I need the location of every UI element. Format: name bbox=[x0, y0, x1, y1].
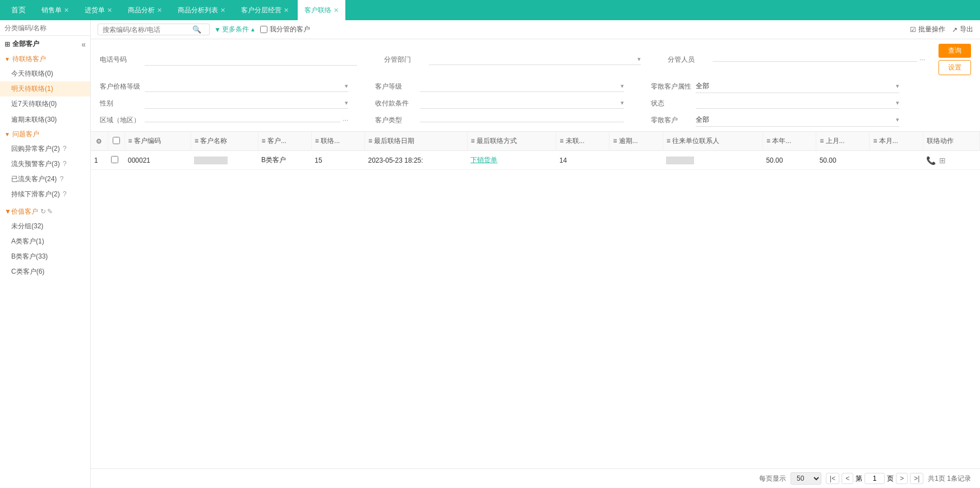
sidebar-repeat-abnormal[interactable]: 回购异常客户(2) ? bbox=[0, 141, 90, 156]
status-field: 状态 ▾ bbox=[651, 98, 899, 109]
sidebar-week-contact[interactable]: 近7天待联络(0) bbox=[0, 96, 90, 112]
problem-section-title[interactable]: ▼ 问题客户 bbox=[0, 127, 90, 141]
my-customers-checkbox[interactable] bbox=[260, 26, 267, 33]
nav-product-analysis[interactable]: 商品分析 ✕ bbox=[121, 0, 169, 20]
area-select[interactable] bbox=[145, 118, 340, 122]
select-all-checkbox[interactable] bbox=[113, 137, 120, 144]
close-purchase-tab[interactable]: ✕ bbox=[107, 7, 112, 14]
collapse-icon[interactable]: « bbox=[81, 40, 86, 49]
sidebar-overdue-contact[interactable]: 逾期未联络(30) bbox=[0, 112, 90, 127]
search-wrap: 🔍 bbox=[98, 24, 210, 35]
page-label: 第 bbox=[856, 474, 862, 484]
status-label: 状态 bbox=[651, 99, 696, 108]
sidebar-class-c[interactable]: C类客户(6) bbox=[0, 264, 90, 279]
more-conditions-btn[interactable]: ▼ 更多条件 ▲ bbox=[214, 25, 256, 34]
payment-select[interactable]: ▾ bbox=[420, 98, 623, 109]
right-actions: ☑ 批量操作 ↗ 导出 bbox=[910, 25, 973, 34]
filter-bar: 🔍 ▼ 更多条件 ▲ 我分管的客户 ☑ 批量操作 ↗ 导出 bbox=[91, 20, 980, 39]
col-action: 联络动作 bbox=[923, 132, 979, 151]
next-page-btn[interactable]: > bbox=[896, 473, 908, 484]
edit-icon[interactable]: ✎ bbox=[47, 208, 53, 215]
price-grade-select[interactable]: ▾ bbox=[145, 81, 348, 92]
chevron-down-icon: ▾ bbox=[637, 56, 641, 63]
retail-customer-select[interactable]: 全部 ▾ bbox=[696, 113, 899, 127]
sidebar-continuous-down[interactable]: 持续下滑客户(2) ? bbox=[0, 187, 90, 202]
close-sales-tab[interactable]: ✕ bbox=[64, 7, 69, 14]
status-select[interactable]: ▾ bbox=[696, 98, 899, 109]
nav-customer-contact[interactable]: 客户联络 ✕ bbox=[298, 0, 345, 20]
last-page-btn[interactable]: >| bbox=[910, 473, 923, 484]
page-unit: 页 bbox=[887, 474, 894, 484]
more-dots-icon[interactable]: ··· bbox=[919, 56, 925, 63]
table-footer: 每页显示 50 100 200 |< < 第 页 > >| 共1页 1条记录 bbox=[91, 468, 980, 488]
filter-row-1: 电话号码 分管部门 ▾ 分管人员 ··· bbox=[100, 44, 971, 75]
col-checkbox[interactable] bbox=[108, 132, 124, 151]
phone-action-icon[interactable]: 📞 bbox=[926, 156, 936, 165]
value-section-title[interactable]: ▼ 价值客户 ↻ ✎ bbox=[0, 205, 90, 219]
cell-last-way[interactable]: 下销货单 bbox=[467, 151, 556, 170]
nav-home[interactable]: 首页 bbox=[4, 0, 33, 20]
col-last-month: ≡ 上月... bbox=[816, 132, 870, 151]
chevron-down-icon5: ▾ bbox=[345, 99, 348, 107]
first-page-btn[interactable]: |< bbox=[826, 473, 839, 484]
page-input[interactable] bbox=[865, 473, 885, 484]
filter-row-2: 客户价格等级 ▾ 客户等级 ▾ 零散客户属性 bbox=[100, 80, 971, 93]
customer-type-select[interactable] bbox=[420, 118, 623, 122]
all-customers-label[interactable]: ⊞ 全部客户 « bbox=[0, 36, 90, 52]
area-more-icon[interactable]: ··· bbox=[343, 116, 348, 124]
customer-grade-select[interactable]: ▾ bbox=[420, 81, 623, 92]
nav-customer-layer[interactable]: 客户分层经营 ✕ bbox=[234, 0, 295, 20]
nav-product-list[interactable]: 商品分析列表 ✕ bbox=[171, 0, 232, 20]
grid-action-icon[interactable]: ⊞ bbox=[939, 156, 946, 165]
export-btn[interactable]: ↗ 导出 bbox=[952, 25, 973, 34]
pending-section-title[interactable]: ▼ 待联络客户 bbox=[0, 52, 90, 66]
sidebar-class-a[interactable]: A类客户(1) bbox=[0, 234, 90, 249]
triangle-icon3: ▼ bbox=[4, 208, 11, 215]
batch-action-btn[interactable]: ☑ 批量操作 bbox=[910, 25, 945, 34]
chevron-down-icon2: ▾ bbox=[345, 82, 348, 90]
sidebar-lost-warning[interactable]: 流失预警客户(3) ? bbox=[0, 156, 90, 172]
search-input[interactable] bbox=[103, 26, 192, 34]
sidebar-today-contact[interactable]: 今天待联络(0) bbox=[0, 66, 90, 81]
export-icon: ↗ bbox=[952, 26, 958, 34]
refresh-icon[interactable]: ↻ bbox=[40, 208, 46, 215]
help-icon4: ? bbox=[63, 190, 67, 198]
cell-this-month bbox=[870, 151, 923, 170]
table-row: 1 000021 B类客户 15 2023-05-23 18:25: 下销货单 … bbox=[91, 151, 980, 170]
nav-sales[interactable]: 销售单 ✕ bbox=[35, 0, 76, 20]
close-product-analysis-tab[interactable]: ✕ bbox=[157, 7, 162, 14]
close-product-list-tab[interactable]: ✕ bbox=[220, 7, 225, 14]
prev-page-btn[interactable]: < bbox=[842, 473, 853, 484]
my-customers-check[interactable]: 我分管的客户 bbox=[260, 25, 310, 34]
retail-prop-select[interactable]: 全部 ▾ bbox=[696, 80, 899, 93]
per-page-select[interactable]: 50 100 200 bbox=[791, 472, 821, 485]
search-icon[interactable]: 🔍 bbox=[192, 25, 201, 34]
sidebar-tomorrow-contact[interactable]: 明天待联络(1) bbox=[0, 81, 90, 96]
sidebar-already-lost[interactable]: 已流失客户(24) ? bbox=[0, 172, 90, 187]
close-customer-layer-tab[interactable]: ✕ bbox=[284, 7, 289, 14]
data-table-container: ⚙ ≡ 客户编码 ≡ 客户名称 ≡ 客户... ≡ 联络... ≡ 最后联络日期… bbox=[91, 132, 980, 468]
nav-purchase[interactable]: 进货单 ✕ bbox=[78, 0, 119, 20]
help-icon2: ? bbox=[63, 160, 67, 168]
dept-select[interactable]: ▾ bbox=[429, 54, 641, 65]
close-customer-contact-tab[interactable]: ✕ bbox=[334, 7, 339, 14]
reset-button[interactable]: 设置 bbox=[939, 60, 971, 75]
cell-checkbox[interactable] bbox=[108, 151, 124, 170]
col-settings[interactable]: ⚙ bbox=[91, 132, 108, 151]
query-button[interactable]: 查询 bbox=[939, 44, 971, 58]
sidebar-class-b[interactable]: B类客户(33) bbox=[0, 249, 90, 264]
sidebar-search-input[interactable] bbox=[4, 24, 89, 32]
sidebar-unclassified[interactable]: 未分组(32) bbox=[0, 219, 90, 234]
main-content: 🔍 ▼ 更多条件 ▲ 我分管的客户 ☑ 批量操作 ↗ 导出 bbox=[91, 20, 980, 488]
action-buttons: 查询 设置 bbox=[939, 44, 971, 75]
phone-input[interactable] bbox=[145, 54, 357, 66]
col-unlisted: ≡ 未联... bbox=[556, 132, 609, 151]
last-way-link[interactable]: 下销货单 bbox=[470, 156, 497, 164]
person-select[interactable] bbox=[713, 58, 917, 62]
row-checkbox[interactable] bbox=[111, 156, 118, 163]
gender-select[interactable]: ▾ bbox=[145, 98, 348, 109]
col-contact: ≡ 联络... bbox=[311, 132, 364, 151]
payment-label: 收付款条件 bbox=[375, 99, 420, 108]
col-customer-type: ≡ 客户... bbox=[258, 132, 311, 151]
cell-year-amount: 50.00 bbox=[762, 151, 816, 170]
